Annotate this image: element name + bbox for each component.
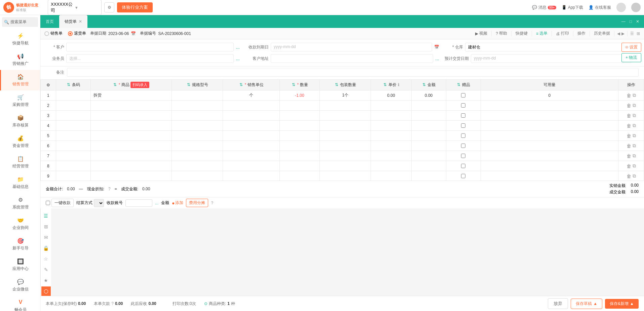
td-unit[interactable] <box>223 121 280 131</box>
td-unit-price[interactable] <box>371 101 411 111</box>
td-product[interactable] <box>90 111 172 121</box>
copy-row-btn[interactable]: ⧉ <box>633 143 636 149</box>
td-product[interactable] <box>90 121 172 131</box>
td-spec[interactable] <box>172 121 223 131</box>
rp-btn-grid[interactable]: ⊞ <box>41 222 51 231</box>
customer-addr-dots-btn[interactable]: ... <box>435 56 439 61</box>
td-barcode[interactable] <box>56 101 90 111</box>
gift-checkbox[interactable] <box>461 154 465 158</box>
td-unit-price[interactable] <box>371 161 411 171</box>
logistics-button[interactable]: + 物流 <box>621 53 641 62</box>
td-barcode[interactable] <box>56 111 90 121</box>
td-gift[interactable] <box>446 131 481 141</box>
td-qty[interactable] <box>279 171 319 181</box>
td-unit-price[interactable]: 0.00 <box>371 90 411 101</box>
delete-row-btn[interactable]: 🗑 <box>627 113 631 118</box>
help-btn[interactable]: ? 帮助 <box>494 30 508 37</box>
sidebar-item-base[interactable]: 📁 基础信息 <box>0 172 40 193</box>
scan-button[interactable]: 扫码录入 <box>130 82 149 88</box>
sidebar-item-marketing[interactable]: 📢 营销推广 <box>0 49 40 70</box>
td-unit-price[interactable] <box>371 151 411 161</box>
td-amount[interactable] <box>411 171 446 181</box>
td-unit[interactable] <box>223 131 280 141</box>
tab-close-icon[interactable]: ✕ <box>79 19 82 24</box>
td-pack-qty[interactable] <box>320 111 371 121</box>
shortcut-btn[interactable]: 快捷键 <box>514 30 529 37</box>
th-pack-sort[interactable]: ⇅ <box>335 82 338 87</box>
expense-split-btn[interactable]: 费用分摊 <box>186 199 208 207</box>
td-barcode[interactable] <box>56 161 90 171</box>
td-gift[interactable] <box>446 171 481 181</box>
td-barcode[interactable] <box>56 131 90 141</box>
customer-dots-btn[interactable]: ... <box>236 44 240 50</box>
td-product[interactable] <box>90 131 172 141</box>
td-spec[interactable] <box>172 90 223 101</box>
video-btn[interactable]: ▶ 视频 <box>474 30 489 37</box>
due-date-input[interactable]: yyyy-mm-dd <box>271 43 432 51</box>
td-product[interactable]: 拆货 <box>90 90 172 101</box>
sidebar-item-guide[interactable]: 🎯 新手引导 <box>0 234 40 255</box>
discount-info-icon[interactable]: ? <box>108 187 111 191</box>
copy-row-btn[interactable]: ⧉ <box>633 173 636 179</box>
next-arrow[interactable]: ▶ <box>621 31 624 36</box>
account-dots-btn[interactable]: ... <box>155 201 158 205</box>
select-btn[interactable]: ≡ 选单 <box>535 30 549 37</box>
td-qty[interactable] <box>279 101 319 111</box>
th-amount-sort[interactable]: ⇅ <box>422 82 426 87</box>
th-unit-sort[interactable]: ⇅ <box>239 82 243 87</box>
gift-checkbox[interactable] <box>461 103 465 108</box>
sidebar-item-operations[interactable]: 📋 经营管理 <box>0 152 40 172</box>
one-click-pay-btn[interactable]: 一键收款 <box>51 199 74 207</box>
td-pack-qty[interactable] <box>320 131 371 141</box>
copy-row-btn[interactable]: ⧉ <box>633 163 636 169</box>
customer-addr-input[interactable] <box>271 54 433 63</box>
td-unit-price[interactable] <box>371 141 411 151</box>
td-product[interactable] <box>90 141 172 151</box>
gift-checkbox[interactable] <box>461 174 465 178</box>
td-amount[interactable] <box>411 151 446 161</box>
sidebar-item-enterprise[interactable]: 🤝 企业协同 <box>0 213 40 234</box>
td-qty[interactable] <box>279 141 319 151</box>
td-pack-qty[interactable] <box>320 171 371 181</box>
delete-row-btn[interactable]: 🗑 <box>627 143 631 149</box>
td-gift[interactable] <box>446 111 481 121</box>
td-pack-qty[interactable] <box>320 141 371 151</box>
salesperson-input[interactable]: 选择... <box>66 54 234 63</box>
customer-input[interactable] <box>66 43 234 51</box>
avatar2[interactable] <box>631 3 641 12</box>
td-spec[interactable] <box>172 151 223 161</box>
window-minimize-btn[interactable]: — <box>619 19 628 24</box>
td-pack-qty[interactable] <box>320 121 371 131</box>
td-amount[interactable] <box>411 131 446 141</box>
td-amount[interactable]: 0.00 <box>411 90 446 101</box>
salesperson-dots-btn[interactable]: ... <box>236 56 240 61</box>
tab-sales-order[interactable]: 销货单 ✕ <box>59 15 87 28</box>
expense-info-icon[interactable]: ? <box>211 201 213 205</box>
copy-row-btn[interactable]: ⧉ <box>633 103 636 108</box>
sidebar-search[interactable]: 🔍 搜索菜单 <box>2 17 38 27</box>
sidebar-item-wechat[interactable]: 💬 企业微信 <box>0 275 40 296</box>
print-btn[interactable]: 🖨 打印 <box>555 30 570 37</box>
delete-row-btn[interactable]: 🗑 <box>627 163 631 169</box>
td-spec[interactable] <box>172 101 223 111</box>
td-product[interactable] <box>90 161 172 171</box>
copy-row-btn[interactable]: ⧉ <box>633 92 636 98</box>
td-pack-qty[interactable] <box>320 161 371 171</box>
td-unit[interactable] <box>223 151 280 161</box>
sidebar-item-system[interactable]: ⚙ 系统管理 <box>0 193 40 213</box>
calendar-icon[interactable]: 📅 <box>131 31 136 36</box>
td-product[interactable] <box>90 101 172 111</box>
account-input[interactable] <box>125 199 152 207</box>
experience-button[interactable]: 体验行业方案 <box>117 2 153 12</box>
td-unit-price[interactable] <box>371 121 411 131</box>
td-qty[interactable] <box>279 151 319 161</box>
prev-arrow[interactable]: ◀ <box>617 31 620 36</box>
rp-btn-list[interactable]: ☰ <box>41 211 51 221</box>
delete-row-btn[interactable]: 🗑 <box>627 123 631 128</box>
td-amount[interactable] <box>411 101 446 111</box>
td-gift[interactable] <box>446 151 481 161</box>
td-qty[interactable]: -1.00 <box>279 90 319 101</box>
th-spec-sort[interactable]: ⇅ <box>187 82 190 87</box>
td-spec[interactable] <box>172 131 223 141</box>
window-restore-btn[interactable]: □ <box>628 19 634 24</box>
